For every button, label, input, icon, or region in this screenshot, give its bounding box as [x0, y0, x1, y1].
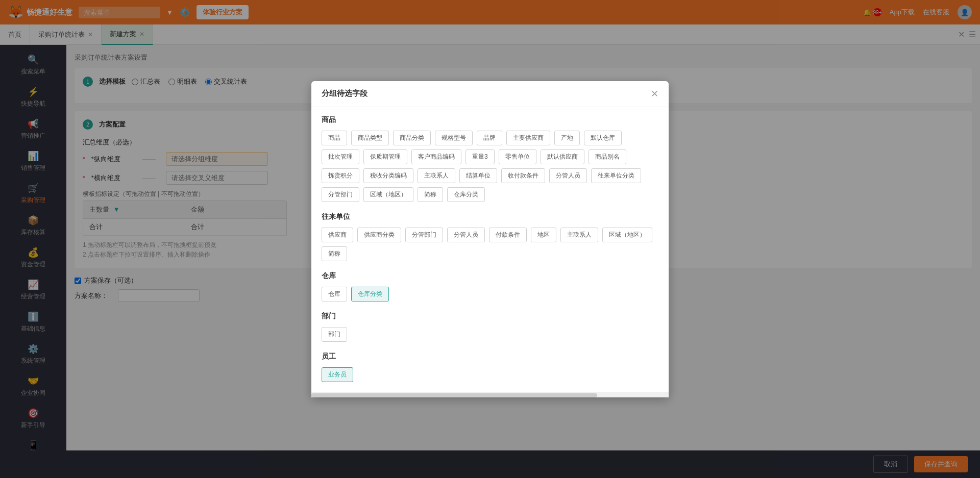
section-partner: 往来单位 供应商 供应商分类 分管部门 分管人员 付款条件 地区 主联系人 区域… [322, 212, 658, 261]
field-select-modal: 分组待选字段 ✕ 商品 商品 商品类型 商品分类 规格型号 品牌 主要供应商 产… [311, 81, 669, 397]
field-tag-salesperson[interactable]: 业务员 [322, 367, 353, 382]
modal-header: 分组待选字段 ✕ [311, 81, 669, 107]
field-tag-brand[interactable]: 品牌 [477, 131, 502, 145]
field-tag-supervisor[interactable]: 分管人员 [549, 168, 587, 183]
field-tag-pick-points[interactable]: 拣货积分 [322, 168, 359, 183]
field-tag-payment-cond[interactable]: 付款条件 [489, 228, 527, 242]
partner-tags: 供应商 供应商分类 分管部门 分管人员 付款条件 地区 主联系人 区域（地区） … [322, 228, 658, 261]
field-tag-spec-model[interactable]: 规格型号 [435, 131, 473, 145]
goods-tags: 商品 商品类型 商品分类 规格型号 品牌 主要供应商 产地 默认仓库 批次管理 … [322, 131, 658, 202]
field-tag-main-contact[interactable]: 主联系人 [418, 168, 455, 183]
field-tag-area[interactable]: 地区 [531, 228, 556, 242]
field-tag-customer-code[interactable]: 客户商品编码 [411, 149, 461, 164]
section-dept: 部门 部门 [322, 312, 658, 342]
field-tag-main-contact2[interactable]: 主联系人 [560, 228, 598, 242]
modal-close-button[interactable]: ✕ [651, 88, 658, 99]
field-tag-supervisor2[interactable]: 分管人员 [447, 228, 485, 242]
field-tag-supplier-category[interactable]: 供应商分类 [357, 228, 401, 242]
field-tag-partner-category[interactable]: 往来单位分类 [591, 168, 641, 183]
section-dept-title: 部门 [322, 312, 658, 321]
field-tag-default-warehouse[interactable]: 默认仓库 [584, 131, 622, 145]
section-employee: 员工 业务员 [322, 352, 658, 382]
section-goods-title: 商品 [322, 115, 658, 124]
field-tag-region[interactable]: 区域（地区） [363, 187, 413, 202]
field-tag-batch-mgmt[interactable]: 批次管理 [322, 149, 359, 164]
field-tag-default-supplier[interactable]: 默认供应商 [541, 149, 584, 164]
field-tag-retail-unit[interactable]: 零售单位 [499, 149, 536, 164]
field-tag-goods-type[interactable]: 商品类型 [351, 131, 389, 145]
field-tag-tax-code[interactable]: 税收分类编码 [363, 168, 413, 183]
field-tag-goods-category[interactable]: 商品分类 [393, 131, 431, 145]
section-warehouse: 仓库 仓库 仓库分类 [322, 271, 658, 301]
field-tag-dept[interactable]: 分管部门 [322, 187, 359, 202]
field-tag-supplier[interactable]: 供应商 [322, 228, 353, 242]
field-tag-warehouse[interactable]: 仓库 [322, 287, 347, 301]
field-tag-origin[interactable]: 产地 [554, 131, 580, 145]
modal-overlay: 分组待选字段 ✕ 商品 商品 商品类型 商品分类 规格型号 品牌 主要供应商 产… [0, 0, 980, 478]
field-tag-payment-terms[interactable]: 收付款条件 [501, 168, 545, 183]
warehouse-tags: 仓库 仓库分类 [322, 287, 658, 301]
field-tag-main-supplier[interactable]: 主要供应商 [506, 131, 550, 145]
section-warehouse-title: 仓库 [322, 271, 658, 281]
field-tag-region2[interactable]: 区域（地区） [602, 228, 652, 242]
section-goods: 商品 商品 商品类型 商品分类 规格型号 品牌 主要供应商 产地 默认仓库 批次… [322, 115, 658, 202]
field-tag-department[interactable]: 部门 [322, 327, 347, 342]
field-tag-shelf-life[interactable]: 保质期管理 [363, 149, 407, 164]
field-tag-warehouse-category[interactable]: 仓库分类 [447, 187, 485, 202]
field-tag-settlement-unit[interactable]: 结算单位 [459, 168, 497, 183]
field-tag-abbr[interactable]: 简称 [418, 187, 443, 202]
field-tag-weight3[interactable]: 重量3 [465, 149, 495, 164]
modal-h-scrollbar[interactable] [311, 392, 669, 397]
field-tag-dept2[interactable]: 分管部门 [405, 228, 443, 242]
field-tag-warehouse-cat[interactable]: 仓库分类 [351, 287, 389, 301]
field-tag-abbr2[interactable]: 简称 [322, 246, 347, 261]
section-partner-title: 往来单位 [322, 212, 658, 221]
modal-body[interactable]: 商品 商品 商品类型 商品分类 规格型号 品牌 主要供应商 产地 默认仓库 批次… [311, 107, 669, 392]
field-tag-goods-alias[interactable]: 商品别名 [589, 149, 626, 164]
modal-h-scrollbar-thumb[interactable] [311, 393, 597, 397]
employee-tags: 业务员 [322, 367, 658, 382]
section-employee-title: 员工 [322, 352, 658, 361]
field-tag-goods[interactable]: 商品 [322, 131, 347, 145]
dept-tags: 部门 [322, 327, 658, 342]
modal-title: 分组待选字段 [322, 89, 368, 98]
